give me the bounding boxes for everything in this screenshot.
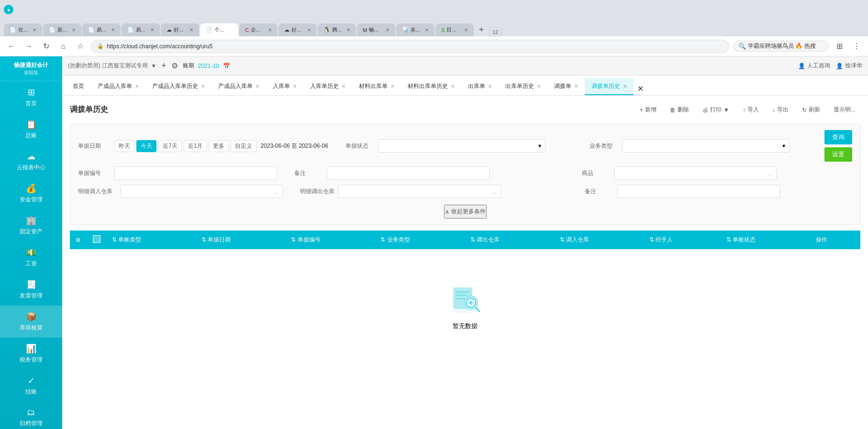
detail-in-dots-button[interactable]: ... (273, 187, 278, 195)
app-tab-3[interactable]: 产成品入库单 ✕ (211, 78, 266, 95)
sidebar-item-invoice[interactable]: 🧾 发票管理 (0, 274, 62, 306)
tab-close-icon[interactable]: ✕ (390, 84, 394, 89)
close-panel-button[interactable]: ✕ (634, 82, 647, 95)
app-tab-5[interactable]: 入库单历史 ✕ (303, 78, 352, 95)
company-settings-button[interactable]: ⚙ (171, 61, 178, 70)
date-btn-1month[interactable]: 近1月 (184, 140, 207, 152)
browser-tab-2[interactable]: 📄 易... ✕ (82, 23, 121, 36)
sidebar-item-ledger[interactable]: 📋 总账 (0, 113, 62, 145)
refresh-button[interactable]: ↻ 刷新 (797, 103, 825, 116)
business-type-select[interactable]: ▾ (622, 139, 790, 153)
tab-close-icon[interactable]: ✕ (488, 84, 492, 89)
tab-close-icon[interactable]: ✕ (256, 84, 259, 89)
browser-tab-7[interactable]: ☁ 好... ✕ (278, 23, 317, 36)
remark-input[interactable] (327, 166, 490, 180)
browser-tab-11[interactable]: S 目... ✕ (435, 23, 474, 36)
tab-close-icon[interactable]: ✕ (342, 84, 345, 89)
date-btn-custom[interactable]: 自定义 (231, 140, 256, 152)
export-button[interactable]: ↓ 导出 (768, 103, 793, 116)
date-btn-yesterday[interactable]: 昨天 (114, 140, 134, 152)
tab-close-icon[interactable]: ✕ (451, 84, 455, 89)
tab-close-icon[interactable]: ✕ (346, 27, 350, 33)
new-button[interactable]: + 新增 (635, 103, 661, 116)
app-tab-10[interactable]: 调拨单 ✕ (547, 78, 585, 95)
sidebar-item-tax[interactable]: 📊 税务管理 (0, 338, 62, 370)
new-tab-button[interactable]: + (475, 23, 488, 36)
browser-tab-1[interactable]: 📄 新... ✕ (43, 23, 81, 36)
sidebar-item-archive[interactable]: 🗂 归档管理 (0, 402, 62, 429)
import-button[interactable]: ↑ 导入 (738, 103, 764, 116)
menu-button[interactable]: ⋮ (850, 40, 863, 53)
browser-tab-5[interactable]: 📄 个... (200, 23, 238, 36)
tab-close-icon[interactable]: ✕ (111, 27, 115, 33)
display-button[interactable]: 显示明... (829, 103, 860, 116)
sidebar-item-funds[interactable]: 💰 资金管理 (0, 177, 62, 209)
date-btn-more[interactable]: 更多 (209, 140, 229, 152)
browser-tab-10[interactable]: 📊 各... ✕ (396, 23, 434, 36)
tab-close-icon[interactable]: ✕ (135, 84, 139, 89)
collapse-button[interactable]: ∧ 收起更多条件 (444, 205, 487, 219)
detail-remark-input[interactable] (617, 185, 780, 198)
select-all-checkbox[interactable] (93, 235, 100, 243)
browser-tab-6[interactable]: C 企... ✕ (239, 23, 278, 36)
extensions-button[interactable]: ⊞ (833, 40, 846, 53)
refresh-button[interactable]: ↻ (39, 40, 53, 53)
th-status[interactable]: ⇅ 单账状态 (721, 231, 810, 249)
tab-close-icon[interactable]: ✕ (72, 27, 76, 33)
date-btn-today[interactable]: 今天 (136, 140, 156, 152)
user-info[interactable]: 👤 徐泽华 (836, 62, 862, 70)
period-selector[interactable]: 账期 2021-10 📅 (183, 62, 230, 70)
detail-in-selector[interactable]: ... (120, 185, 283, 198)
browser-tab-0[interactable]: 📄 在... ✕ (4, 23, 42, 36)
app-tab-4[interactable]: 入库单 ✕ (266, 78, 303, 95)
delete-button[interactable]: 🗑 删除 (665, 103, 694, 116)
customer-service[interactable]: 👤 人工咨询 (798, 62, 830, 70)
app-tab-11[interactable]: 调拨单历史 ✕ (585, 78, 634, 95)
date-btn-7days[interactable]: 近7天 (158, 140, 182, 152)
forward-button[interactable]: → (22, 40, 35, 53)
sidebar-item-home[interactable]: ⊞ 首页 (0, 81, 62, 113)
detail-out-selector[interactable]: ... (338, 185, 501, 198)
address-bar[interactable]: 🔒 https://cloud.chanjet.com/accounting/u… (91, 40, 729, 53)
company-selector[interactable]: (勿删勿禁用) 江西服宝测试专用 ▼ (68, 62, 156, 70)
query-button[interactable]: 查询 (824, 130, 852, 144)
tab-close-icon[interactable]: ✕ (293, 84, 297, 89)
th-in-warehouse[interactable]: ⇅ 调入仓库 (554, 231, 644, 249)
browser-tab-9[interactable]: M 畅... ✕ (357, 23, 395, 36)
browser-tab-8[interactable]: 🐧 腾... ✕ (318, 23, 356, 36)
doc-no-input[interactable] (114, 166, 277, 180)
th-doc-type[interactable]: ⇅ 单账类型 (106, 231, 196, 249)
tab-close-icon[interactable]: ✕ (464, 27, 468, 33)
sidebar-item-cloud-report[interactable]: ☁ 云报表中心 (0, 145, 62, 177)
sidebar-item-assets[interactable]: 🏢 固定资产 (0, 209, 62, 242)
tab-close-icon[interactable]: ✕ (201, 84, 205, 89)
browser-tab-4[interactable]: ☁ 好... ✕ (161, 23, 199, 36)
goods-selector[interactable]: ... (614, 166, 777, 180)
app-tab-2[interactable]: 产成品入库单历史 ✕ (145, 78, 211, 95)
bookmark-button[interactable]: ☆ (74, 40, 87, 53)
tab-close-icon[interactable]: ✕ (623, 84, 627, 89)
back-button[interactable]: ← (5, 40, 18, 53)
status-select[interactable]: ▾ (378, 139, 545, 153)
tab-close-icon[interactable]: ✕ (150, 27, 154, 33)
home-button[interactable]: ⌂ (56, 40, 70, 53)
app-tab-8[interactable]: 出库单 ✕ (461, 78, 499, 95)
tab-close-icon[interactable]: ✕ (386, 27, 389, 33)
th-handler[interactable]: ⇅ 经手人 (644, 231, 721, 249)
sidebar-item-closing[interactable]: ✓ 结账 (0, 370, 62, 402)
tab-close-icon[interactable]: ✕ (425, 27, 429, 33)
app-tab-1[interactable]: 产成品入库单 ✕ (91, 78, 145, 95)
detail-out-dots-button[interactable]: ... (491, 187, 497, 195)
tab-close-icon[interactable]: ✕ (189, 27, 193, 33)
th-out-warehouse[interactable]: ⇅ 调出仓库 (465, 231, 554, 249)
print-button[interactable]: 🖨 打印 ▼ (698, 103, 734, 116)
th-biz-type[interactable]: ⇅ 业务类型 (375, 231, 464, 249)
app-tab-home[interactable]: 首页 (66, 78, 91, 95)
th-doc-date[interactable]: ⇅ 单据日期 (196, 231, 285, 249)
app-tab-6[interactable]: 材料出库单 ✕ (352, 78, 401, 95)
tab-close-icon[interactable]: ✕ (268, 27, 272, 33)
goods-dots-button[interactable]: ... (767, 169, 773, 177)
app-tab-7[interactable]: 材料出库单历史 ✕ (401, 78, 461, 95)
search-bar[interactable]: 🔍 学霸应聘场驱鸟员 🔥 热搜 (733, 41, 829, 52)
tab-close-icon[interactable]: ✕ (33, 27, 36, 33)
